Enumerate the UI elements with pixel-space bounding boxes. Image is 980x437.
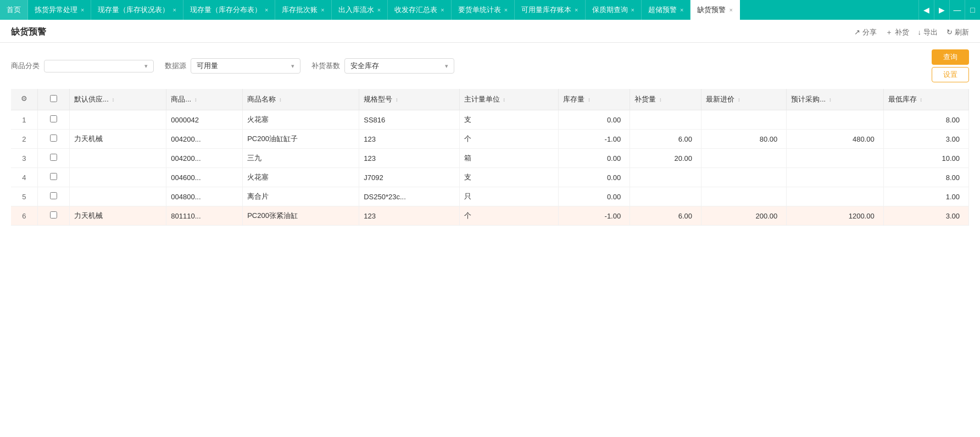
restock-button[interactable]: ＋ 补货 — [886, 27, 909, 37]
close-tab-5[interactable]: × — [377, 7, 381, 13]
cell-restock-qty: 20.00 — [630, 149, 701, 168]
row-index: 2 — [11, 130, 37, 149]
cell-product-name: PC200油缸缸子 — [243, 130, 359, 149]
close-tab-1[interactable]: × — [81, 7, 84, 13]
cell-latest-price: 80.00 — [701, 130, 787, 149]
settings-button[interactable]: 设置 — [932, 67, 969, 82]
restock-basis-label: 补货基数 — [311, 61, 340, 71]
cell-product-name: PC200张紧油缸 — [243, 206, 359, 226]
datasource-chevron-down-icon: ▾ — [291, 63, 294, 70]
sort-supplier-icon[interactable]: ↕ — [112, 97, 114, 103]
cell-product-code: 801110... — [166, 206, 243, 226]
query-button[interactable]: 查询 — [932, 49, 969, 65]
cell-product-code: 004200... — [166, 130, 243, 149]
row-index: 3 — [11, 149, 37, 168]
sort-spec-icon[interactable]: ↕ — [396, 97, 398, 103]
sort-purchase-icon[interactable]: ↕ — [829, 97, 832, 103]
datasource-filter-group: 数据源 可用量 ▾ — [165, 58, 300, 74]
tab-home[interactable]: 首页 — [0, 0, 28, 20]
row-checkbox[interactable] — [50, 192, 57, 199]
tab-picking-exception[interactable]: 拣货异常处理 × — [28, 0, 91, 20]
filter-bar: 商品分类 ▾ 数据源 可用量 ▾ 补货基数 安全库存 ▾ 查询 设置 — [0, 43, 980, 89]
export-button[interactable]: ↓ 导出 — [918, 27, 938, 37]
close-tab-6[interactable]: × — [441, 7, 444, 13]
col-est-purchase: 预计采购... ↕ — [787, 89, 883, 110]
cell-latest-price — [701, 149, 787, 168]
sort-code-icon[interactable]: ↕ — [194, 97, 197, 103]
row-checkbox[interactable] — [50, 173, 57, 180]
refresh-button[interactable]: ↻ 刷新 — [946, 27, 969, 37]
sort-restock-icon[interactable]: ↕ — [659, 97, 662, 103]
close-tab-10[interactable]: × — [680, 7, 683, 13]
tab-inventory-dist[interactable]: 现存量（库存分布表） × — [183, 0, 275, 20]
datasource-label: 数据源 — [165, 61, 186, 71]
tab-next-button[interactable]: ▶ — [934, 0, 949, 20]
cell-default-supplier — [69, 168, 166, 187]
cell-stock: -1.00 — [559, 130, 630, 149]
cell-latest-price: 200.00 — [701, 206, 787, 226]
cell-stock: -1.00 — [559, 206, 630, 226]
refresh-icon: ↻ — [946, 28, 953, 36]
restock-basis-filter-group: 补货基数 安全库存 ▾ — [311, 58, 454, 74]
sort-price-icon[interactable]: ↕ — [738, 97, 740, 103]
row-index: 1 — [11, 110, 37, 130]
filter-actions: 查询 设置 — [932, 49, 969, 82]
cell-stock: 0.00 — [559, 187, 630, 206]
tab-requisition-stats[interactable]: 要货单统计表 × — [452, 0, 515, 20]
share-button[interactable]: ↗ 分享 — [854, 27, 877, 37]
close-tab-8[interactable]: × — [575, 7, 578, 13]
main-content: 缺货预警 ↗ 分享 ＋ 补货 ↓ 导出 ↻ 刷新 商品分类 — [0, 20, 980, 437]
cell-min-stock: 3.00 — [883, 130, 968, 149]
close-tab-2[interactable]: × — [172, 7, 176, 13]
row-checkbox-cell — [37, 168, 69, 187]
column-gear-icon[interactable]: ⚙ — [19, 94, 29, 104]
close-tab-9[interactable]: × — [631, 7, 634, 13]
row-checkbox[interactable] — [50, 115, 57, 122]
col-stock: 库存量 ↕ — [559, 89, 630, 110]
cell-min-stock: 10.00 — [883, 149, 968, 168]
tab-expiry-query[interactable]: 保质期查询 × — [586, 0, 642, 20]
minimize-button[interactable]: — — [949, 0, 965, 20]
category-select[interactable]: ▾ — [44, 60, 154, 72]
tab-inventory-status[interactable]: 现存量（库存状况表） × — [91, 0, 183, 20]
cell-unit: 个 — [459, 206, 559, 226]
close-tab-3[interactable]: × — [265, 7, 268, 13]
sort-stock-icon[interactable]: ↕ — [588, 97, 591, 103]
tab-overstock-warning[interactable]: 超储预警 × — [642, 0, 691, 20]
col-checkbox — [37, 89, 69, 110]
sort-name-icon[interactable]: ↕ — [279, 97, 282, 103]
table-row: 3 004200... 三九 123 箱 0.00 20.00 10.00 — [11, 149, 969, 168]
close-tab-7[interactable]: × — [504, 7, 508, 13]
cell-product-name: 火花塞 — [243, 168, 359, 187]
cell-restock-qty — [630, 168, 701, 187]
restock-basis-select[interactable]: 安全库存 ▾ — [344, 58, 454, 74]
table-row: 5 004800... 离合片 DS250*23c... 只 0.00 1.00 — [11, 187, 969, 206]
row-checkbox[interactable] — [50, 135, 57, 142]
tab-shortage-warning[interactable]: 缺货预警 × — [691, 0, 739, 20]
datasource-select[interactable]: 可用量 ▾ — [191, 58, 300, 74]
cell-est-purchase — [787, 110, 883, 130]
cell-product-name: 离合片 — [243, 187, 359, 206]
tab-recv-send-summary[interactable]: 收发存汇总表 × — [388, 0, 451, 20]
col-product-code: 商品... ↕ — [166, 89, 243, 110]
tab-batch-account[interactable]: 库存批次账 × — [275, 0, 331, 20]
row-checkbox[interactable] — [50, 154, 57, 161]
close-tab-11[interactable]: × — [729, 7, 732, 13]
tab-available-ledger[interactable]: 可用量库存账本 × — [515, 0, 585, 20]
cell-spec: 123 — [359, 149, 460, 168]
table-header-row: ⚙ 默认供应... ↕ 商品... ↕ 商品名称 ↕ — [11, 89, 969, 110]
tab-prev-button[interactable]: ◀ — [918, 0, 934, 20]
maximize-button[interactable]: □ — [965, 0, 980, 20]
tab-inout-flow[interactable]: 出入库流水 × — [332, 0, 388, 20]
select-all-checkbox[interactable] — [50, 95, 57, 102]
cell-unit: 只 — [459, 187, 559, 206]
row-checkbox[interactable] — [50, 211, 57, 218]
cell-est-purchase — [787, 168, 883, 187]
sort-unit-icon[interactable]: ↕ — [503, 97, 505, 103]
col-default-supplier: 默认供应... ↕ — [69, 89, 166, 110]
close-tab-4[interactable]: × — [321, 7, 324, 13]
cell-default-supplier — [69, 149, 166, 168]
cell-product-code: 004600... — [166, 168, 243, 187]
cell-stock: 0.00 — [559, 110, 630, 130]
sort-minstock-icon[interactable]: ↕ — [920, 97, 922, 103]
